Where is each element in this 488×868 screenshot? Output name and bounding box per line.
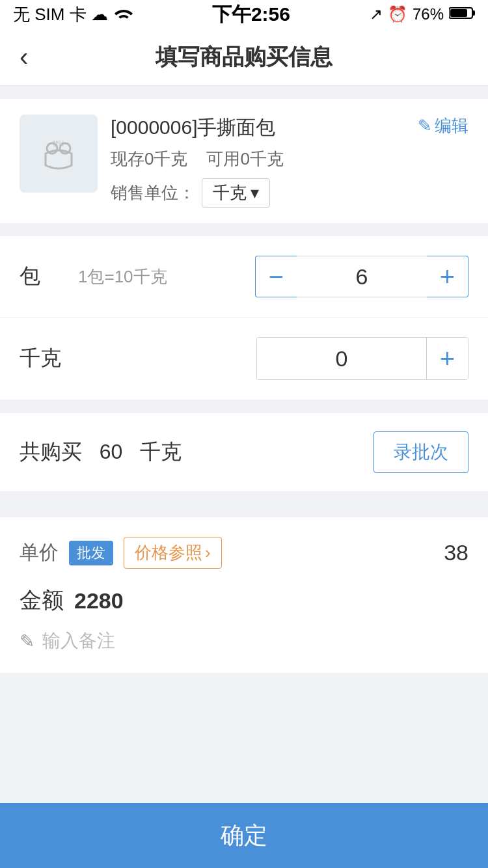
total-text: 共购买 60 千克 — [20, 438, 182, 467]
page-title: 填写商品购买信息 — [156, 42, 332, 72]
price-row: 单价 批发 价格参照 › 38 — [20, 537, 468, 569]
status-right: ↗ ⏰ 76% — [370, 5, 475, 23]
nav-bar: ‹ 填写商品购买信息 — [0, 29, 488, 86]
amount-section: 金额 2280 ✎ 输入备注 — [0, 586, 488, 673]
pack-qty-control: − + — [255, 256, 468, 297]
alarm-icon: ⏰ — [388, 5, 407, 23]
status-bar: 无 SIM 卡 ☁ 下午2:56 ↗ ⏰ 76% — [0, 0, 488, 29]
pack-decrease-button[interactable]: − — [255, 256, 297, 297]
product-info: [0000006]手撕面包 ✎ 编辑 现存0千克 可用0千克 销售单位： 千克 … — [111, 115, 468, 208]
pack-label: 包 — [20, 262, 72, 291]
confirm-button[interactable]: 确定 — [0, 803, 488, 868]
remark-icon: ✎ — [20, 631, 34, 652]
kg-qty-control: + — [256, 337, 468, 380]
dropdown-icon: ▾ — [251, 183, 259, 203]
total-label: 共购买 — [20, 440, 82, 463]
battery-label: 76% — [413, 5, 444, 23]
pack-increase-button[interactable]: + — [427, 256, 468, 297]
product-stock: 现存0千克 可用0千克 — [111, 148, 468, 170]
product-card: 智计 [0000006]手撕面包 ✎ 编辑 现存0千克 可用0千克 销售单位： … — [0, 99, 488, 223]
amount-row: 金额 2280 — [20, 586, 468, 616]
kg-quantity-row: 千克 + — [0, 318, 488, 400]
price-ref-button[interactable]: 价格参照 › — [124, 537, 222, 569]
remark-row[interactable]: ✎ 输入备注 — [20, 629, 468, 653]
batch-button[interactable]: 录批次 — [373, 431, 468, 473]
quantity-section: 包 1包=10千克 − + 千克 + — [0, 236, 488, 400]
pack-qty-input[interactable] — [297, 256, 427, 297]
pack-quantity-row: 包 1包=10千克 − + — [0, 236, 488, 318]
battery-icon — [449, 5, 475, 23]
separator — [0, 491, 488, 504]
status-left: 无 SIM 卡 ☁ — [13, 3, 133, 26]
wifi-icon — [115, 5, 133, 25]
pack-sub-label: 1包=10千克 — [78, 265, 255, 288]
total-quantity: 60 — [100, 440, 123, 463]
price-section: 单价 批发 价格参照 › 38 — [0, 517, 488, 586]
kg-qty-input[interactable] — [257, 338, 426, 379]
back-button[interactable]: ‹ — [20, 42, 28, 72]
price-value: 38 — [444, 540, 468, 565]
svg-rect-1 — [472, 10, 475, 16]
unit-label: 销售单位： — [111, 182, 195, 204]
svg-rect-2 — [450, 9, 467, 17]
stock-available: 可用0千克 — [206, 149, 283, 169]
amount-value: 2280 — [74, 588, 124, 614]
product-name: [0000006]手撕面包 — [111, 115, 275, 141]
total-row: 共购买 60 千克 录批次 — [0, 413, 488, 491]
status-time: 下午2:56 — [212, 1, 290, 28]
product-image: 智计 — [20, 115, 98, 193]
price-ref-arrow: › — [205, 543, 211, 563]
price-tag: 批发 — [69, 541, 113, 565]
edit-icon: ✎ — [418, 116, 432, 136]
amount-label: 金额 — [20, 586, 64, 616]
edit-button[interactable]: ✎ 编辑 — [418, 115, 468, 137]
stock-current: 现存0千克 — [111, 149, 187, 169]
svg-text:智计: 智计 — [52, 140, 65, 147]
kg-label: 千克 — [20, 344, 72, 373]
total-unit: 千克 — [140, 440, 182, 463]
kg-increase-button[interactable]: + — [426, 338, 468, 379]
product-unit-row: 销售单位： 千克 ▾ — [111, 178, 468, 208]
no-sim-label: 无 SIM 卡 ☁ — [13, 3, 108, 26]
price-ref-label: 价格参照 — [135, 541, 202, 564]
edit-label: 编辑 — [435, 115, 468, 137]
unit-select[interactable]: 千克 ▾ — [202, 178, 270, 208]
price-label: 单价 — [20, 539, 59, 566]
location-icon: ↗ — [370, 5, 383, 23]
unit-value: 千克 — [213, 182, 247, 204]
remark-placeholder: 输入备注 — [42, 629, 115, 653]
